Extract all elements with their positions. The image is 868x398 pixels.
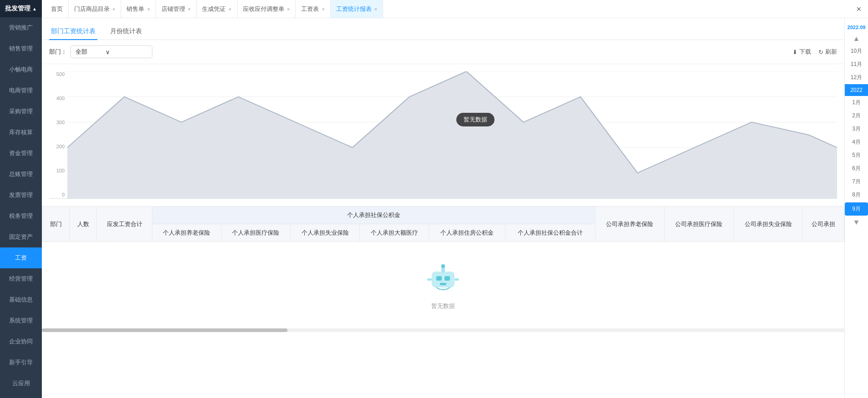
y-label-200: 200	[49, 144, 67, 149]
sidebar-item-ledger[interactable]: 总账管理	[0, 164, 42, 185]
sidebar-item-marketing[interactable]: 营销推广	[0, 17, 42, 38]
svg-rect-13	[427, 278, 432, 281]
tab-sales-order[interactable]: 销售单 ×	[121, 0, 156, 18]
sub-tab-month[interactable]: 月份统计表	[108, 24, 144, 40]
table-container[interactable]: 部门 人数 应发工资合计 个人承担社保公积金 公司承担养老保险 公司承担医疗保险…	[42, 206, 844, 398]
bottom-scrollbar[interactable]	[42, 328, 844, 332]
scroll-thumb[interactable]	[42, 328, 288, 332]
svg-rect-9	[444, 276, 450, 281]
content-area: 部门工资统计表 月份统计表 部门： 全部 ∨ ⬇ 下载	[42, 18, 868, 398]
th-dept: 部门	[42, 207, 70, 242]
page-content: 部门工资统计表 月份统计表 部门： 全部 ∨ ⬇ 下载	[42, 18, 844, 398]
sidebar-item-system[interactable]: 系统管理	[0, 310, 42, 331]
tab-store-catalog[interactable]: 门店商品目录 ×	[69, 0, 121, 18]
chevron-down-icon: ∨	[106, 49, 110, 55]
up-arrow-icon[interactable]: ▲	[851, 33, 862, 45]
sidebar-item-base-info[interactable]: 基础信息	[0, 289, 42, 310]
sidebar-item-ecom-small[interactable]: 小畅电商	[0, 59, 42, 80]
svg-rect-8	[436, 276, 442, 281]
sidebar-item-finance[interactable]: 资金管理	[0, 143, 42, 164]
down-arrow-icon[interactable]: ▼	[851, 217, 862, 228]
sidebar-brand: 批发管理	[5, 5, 30, 13]
th-company-more: 公司承担	[803, 207, 844, 242]
y-label-0: 0	[49, 192, 67, 197]
date-month-4[interactable]: 4月	[845, 136, 868, 149]
sidebar-item-inventory[interactable]: 库存核算	[0, 122, 42, 143]
right-date-panel: 2022.09 ▲ 10月 11月 12月 2022 1月 2月 3月 4月 5…	[844, 18, 868, 398]
dept-select-value: 全部	[76, 48, 87, 56]
refresh-icon: ↻	[818, 49, 823, 55]
tab-bar-actions: ✕	[853, 4, 864, 15]
sidebar-item-payroll[interactable]: 工资	[0, 247, 42, 268]
svg-rect-14	[454, 278, 459, 281]
close-sales-order-icon[interactable]: ×	[147, 6, 150, 12]
sidebar-item-purchase[interactable]: 采购管理	[0, 101, 42, 122]
tab-store-catalog-label: 门店商品目录	[74, 5, 110, 13]
date-month-12[interactable]: 12月	[845, 71, 868, 84]
robot-icon	[425, 260, 461, 297]
sidebar-item-operations[interactable]: 经营管理	[0, 268, 42, 289]
tab-home-label: 首页	[51, 5, 63, 13]
date-month-8[interactable]: 8月	[845, 188, 868, 202]
sidebar-item-collab[interactable]: 企业协同	[0, 331, 42, 352]
date-month-10[interactable]: 10月	[845, 45, 868, 58]
sidebar-item-cloud[interactable]: 云应用	[0, 373, 42, 394]
download-label: 下载	[799, 48, 811, 56]
date-month-1[interactable]: 1月	[845, 96, 868, 109]
tab-store-mgmt[interactable]: 店铺管理 ×	[156, 0, 197, 18]
dept-select[interactable]: 全部 ∨	[71, 45, 152, 58]
y-label-500: 500	[49, 71, 67, 77]
sidebar-item-ecom-mgmt[interactable]: 电商管理	[0, 80, 42, 101]
date-month-5[interactable]: 5月	[845, 149, 868, 162]
th-company-old: 公司承担养老保险	[595, 207, 664, 242]
tab-payroll[interactable]: 工资表 ×	[296, 0, 330, 18]
tab-home[interactable]: 首页	[45, 0, 69, 18]
date-month-2[interactable]: 2月	[845, 109, 868, 122]
th-personal-unemploy: 个人承担失业保险	[290, 224, 359, 242]
sidebar: 批发管理 ▲ 营销推广 销售管理 小畅电商 电商管理 采购管理 库存核算 资金管…	[0, 0, 42, 398]
date-month-11[interactable]: 11月	[845, 58, 868, 71]
tab-close-all-btn[interactable]: ✕	[853, 4, 864, 15]
date-month-9-active[interactable]: 9月	[845, 202, 868, 216]
date-month-3[interactable]: 3月	[845, 122, 868, 136]
sidebar-top-label[interactable]: 批发管理 ▲	[0, 0, 42, 17]
refresh-button[interactable]: ↻ 刷新	[818, 48, 837, 56]
date-header: 2022.09	[845, 22, 868, 33]
close-payroll-icon[interactable]: ×	[322, 6, 324, 12]
date-month-7[interactable]: 7月	[845, 175, 868, 188]
th-personal-medical: 个人承担医疗保险	[221, 224, 290, 242]
close-payroll-report-icon[interactable]: ×	[374, 6, 377, 12]
toolbar-left: 部门： 全部 ∨	[49, 45, 152, 58]
svg-rect-10	[440, 283, 446, 285]
tab-ar-ap-label: 应收应付调整单	[243, 5, 284, 13]
close-voucher-icon[interactable]: ×	[228, 6, 231, 12]
sidebar-item-tax[interactable]: 税务管理	[0, 206, 42, 227]
th-total-wage: 应发工资合计	[97, 207, 152, 242]
tab-payroll-label: 工资表	[301, 5, 319, 13]
close-store-mgmt-icon[interactable]: ×	[188, 6, 191, 12]
tab-sales-order-label: 销售单	[126, 5, 144, 13]
date-year-2022[interactable]: 2022	[845, 84, 868, 96]
sidebar-item-fixed-assets[interactable]: 固定资产	[0, 227, 42, 247]
th-count: 人数	[70, 207, 97, 242]
download-button[interactable]: ⬇ 下载	[792, 48, 811, 56]
sidebar-item-sales[interactable]: 销售管理	[0, 38, 42, 59]
date-month-6[interactable]: 6月	[845, 162, 868, 175]
download-icon: ⬇	[792, 49, 797, 55]
sidebar-item-guide[interactable]: 新手引导	[0, 352, 42, 373]
y-label-300: 300	[49, 120, 67, 125]
sub-tab-dept[interactable]: 部门工资统计表	[49, 24, 97, 40]
empty-label: 暂无数据	[431, 302, 455, 310]
y-label-400: 400	[49, 96, 67, 101]
sidebar-item-invoice[interactable]: 发票管理	[0, 185, 42, 206]
y-axis: 500 400 300 200 100 0	[49, 71, 67, 198]
tab-ar-ap[interactable]: 应收应付调整单 ×	[237, 0, 296, 18]
toolbar: 部门： 全部 ∨ ⬇ 下载 ↻ 刷新	[42, 40, 844, 64]
sub-tabs: 部门工资统计表 月份统计表	[42, 18, 844, 40]
close-ar-ap-icon[interactable]: ×	[287, 6, 290, 12]
settings-button[interactable]: ⚙	[0, 394, 42, 398]
tab-voucher[interactable]: 生成凭证 ×	[197, 0, 237, 18]
tab-voucher-label: 生成凭证	[202, 5, 226, 13]
tab-payroll-report[interactable]: 工资统计报表 ×	[331, 0, 383, 18]
close-store-catalog-icon[interactable]: ×	[112, 6, 115, 12]
